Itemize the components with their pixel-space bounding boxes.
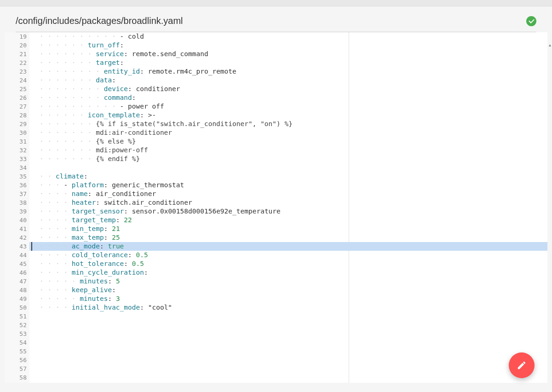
code-line[interactable]: · · climate: [29, 172, 547, 181]
code-line[interactable]: · · · · · · · mdi:power-off [29, 146, 547, 155]
line-number[interactable]: 46▾ [5, 268, 29, 277]
code-line[interactable]: · · · · · · turn_off: [29, 41, 547, 50]
code-line[interactable]: · · · · · · · · device: conditioner [29, 85, 547, 93]
line-number[interactable]: 54 [5, 338, 29, 347]
code-token: power off [128, 103, 164, 110]
code-line[interactable]: · · · · min_cycle_duration: [29, 268, 547, 277]
line-number[interactable]: 50 [5, 303, 29, 312]
code-line[interactable]: · · · · min_temp: 21 [29, 225, 547, 233]
code-line[interactable]: · · · · max_temp: 25 [29, 233, 547, 242]
code-line[interactable] [29, 338, 547, 347]
line-number[interactable]: 57 [5, 364, 29, 373]
line-number[interactable]: 20▾ [5, 41, 29, 50]
line-number[interactable]: 41 [5, 225, 29, 233]
line-number[interactable]: 33 [5, 155, 29, 163]
code-line[interactable]: · · · · ac_mode: true [29, 242, 547, 251]
indent-guide: · · · · · · · [40, 155, 96, 162]
code-line[interactable]: · · · · · · · · command: [29, 93, 547, 102]
indent-guide: · · · · [40, 208, 72, 215]
line-number[interactable]: 51 [5, 312, 29, 321]
code-line[interactable]: · · · · target_sensor: sensor.0x00158d00… [29, 207, 547, 216]
line-number[interactable]: 53 [5, 329, 29, 338]
line-number[interactable]: 37 [5, 190, 29, 198]
line-number[interactable]: 49 [5, 294, 29, 303]
code-line[interactable]: · · · · · · · · · · - cold [29, 32, 547, 41]
code-token: mdi:power-off [96, 146, 148, 154]
code-line[interactable]: · · · · · · icon_template: >- [29, 111, 547, 120]
code-line[interactable] [29, 312, 547, 321]
code-token: : [112, 286, 116, 294]
line-number[interactable]: 26▾ [5, 93, 29, 102]
code-line[interactable]: · · · · · minutes: 5 [29, 277, 547, 286]
line-number[interactable]: 36▾ [5, 181, 29, 190]
line-number[interactable]: 23 [5, 67, 29, 76]
line-number[interactable]: 32 [5, 146, 29, 155]
line-number[interactable]: 56 [5, 356, 29, 364]
code-line[interactable] [29, 321, 547, 329]
code-line[interactable]: · · · · · · · {% endif %} [29, 155, 547, 163]
code-line[interactable] [29, 356, 547, 364]
code-token: 0.5 [136, 251, 148, 259]
code-line[interactable]: · · · · cold_tolerance: 0.5 [29, 251, 547, 259]
line-number[interactable]: 42 [5, 233, 29, 242]
code-line[interactable]: · · · · heater: switch.air_conditioner [29, 198, 547, 207]
code-token: : [84, 173, 88, 180]
code-line[interactable]: · · · · · · · data: [29, 76, 547, 85]
line-number[interactable]: 35▾ [5, 172, 29, 181]
line-number[interactable]: 39 [5, 207, 29, 216]
code-editor[interactable]: · · · · · · · · · · - cold· · · · · · tu… [29, 32, 547, 383]
code-line[interactable]: · · · · · · · · · · - power off [29, 102, 547, 111]
code-line[interactable] [29, 329, 547, 338]
line-number-gutter[interactable]: 1920▾2122▾2324▾2526▾2728▾29303132333435▾… [5, 32, 29, 383]
code-token: : [132, 94, 136, 101]
line-number[interactable]: 40 [5, 216, 29, 225]
line-number[interactable]: 28▾ [5, 111, 29, 120]
code-line[interactable]: · · · · name: air_conditioner [29, 190, 547, 198]
code-line[interactable]: · · · · keep_alive: [29, 286, 547, 294]
code-line[interactable]: · · · - platform: generic_thermostat [29, 181, 547, 190]
line-number[interactable]: 58 [5, 373, 29, 382]
line-number[interactable]: 34 [5, 163, 29, 172]
indent-guide: · · · [40, 181, 63, 189]
code-token: hot_tolerance [72, 260, 124, 267]
line-number[interactable]: 19 [5, 32, 29, 41]
line-number[interactable]: 24▾ [5, 76, 29, 85]
line-number[interactable]: 45 [5, 259, 29, 268]
code-line[interactable] [29, 373, 547, 382]
line-number[interactable]: 48▾ [5, 286, 29, 294]
code-token: - [63, 181, 71, 189]
line-number[interactable]: 38 [5, 198, 29, 207]
edit-fab-button[interactable] [509, 352, 535, 378]
code-token: icon_template [88, 111, 140, 119]
code-line[interactable]: · · · · · · · target: [29, 58, 547, 67]
line-number[interactable]: 55 [5, 347, 29, 356]
code-line[interactable]: · · · · target_temp: 22 [29, 216, 547, 225]
line-number[interactable]: 31 [5, 137, 29, 146]
line-number[interactable]: 43 [5, 242, 29, 251]
code-line[interactable]: · · · · · · · service: remote.send_comma… [29, 50, 547, 58]
code-token: : [108, 277, 115, 285]
line-number[interactable]: 30 [5, 128, 29, 137]
code-token: : [104, 225, 112, 232]
line-number[interactable]: 52 [5, 321, 29, 329]
line-number[interactable]: 44 [5, 251, 29, 259]
line-number[interactable]: 21 [5, 50, 29, 58]
scroll-up-icon[interactable]: ▴ [549, 42, 551, 47]
code-line[interactable] [29, 163, 547, 172]
window-top-bar [0, 0, 552, 6]
code-line[interactable] [29, 364, 547, 373]
code-line[interactable] [29, 347, 547, 356]
line-number[interactable]: 29 [5, 120, 29, 128]
code-line[interactable]: · · · · · · · {% else %} [29, 137, 547, 146]
code-line[interactable]: · · · · · · · mdi:air-conditioner [29, 128, 547, 137]
code-line[interactable]: · · · · · minutes: 3 [29, 294, 547, 303]
code-line[interactable]: · · · · · · · · entity_id: remote.rm4c_p… [29, 67, 547, 76]
line-number[interactable]: 27 [5, 102, 29, 111]
code-line[interactable]: · · · · hot_tolerance: 0.5 [29, 259, 547, 268]
line-number[interactable]: 22▾ [5, 58, 29, 67]
code-line[interactable]: · · · · initial_hvac_mode: "cool" [29, 303, 547, 312]
line-number[interactable]: 47 [5, 277, 29, 286]
line-number[interactable]: 25 [5, 85, 29, 93]
code-line[interactable]: · · · · · · · {% if is_state("switch.air… [29, 120, 547, 128]
editor-header: /config/includes/packages/broadlink.yaml [16, 6, 536, 32]
